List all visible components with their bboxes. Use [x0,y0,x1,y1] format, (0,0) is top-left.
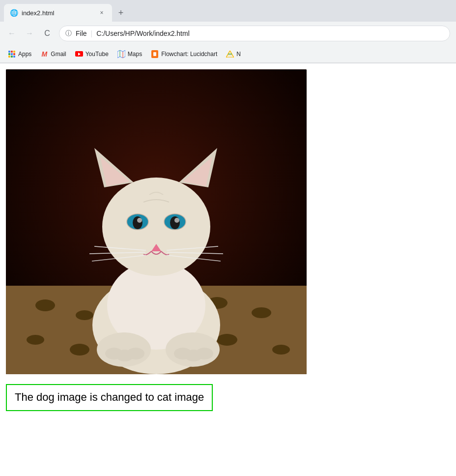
svg-point-48 [166,332,220,367]
info-icon: ⓘ [65,29,72,38]
svg-point-11 [76,310,93,320]
forward-button[interactable]: → [22,26,37,41]
svg-point-32 [170,216,180,229]
drive-icon [226,50,234,58]
lucidchart-icon [151,50,159,58]
bookmark-maps[interactable]: Maps [114,48,146,60]
svg-point-33 [137,218,142,223]
youtube-icon [75,50,83,58]
apps-icon [8,50,16,58]
bookmark-youtube[interactable]: YouTube [71,48,113,60]
svg-point-31 [133,216,142,229]
svg-point-15 [252,307,271,318]
bookmark-lucidchart[interactable]: Flowchart: Lucidchart [147,48,221,60]
nav-bar: ← → C ⓘ File | C:/Users/HP/Work/index2.h… [0,22,456,45]
maps-icon [117,50,125,58]
tab-favicon: 🌐 [10,9,18,17]
active-tab[interactable]: 🌐 index2.html × [4,4,112,22]
address-file-label: File [76,30,87,37]
cat-image-container [6,69,307,374]
tab-title: index2.html [22,9,93,17]
svg-point-10 [35,299,55,311]
lucidchart-label: Flowchart: Lucidchart [161,51,217,58]
svg-point-51 [196,348,213,359]
address-separator: | [91,30,93,37]
apps-label: Apps [18,51,31,58]
address-path: C:/Users/HP/Work/index2.html [96,30,190,37]
gmail-label: Gmail [51,51,66,58]
browser-chrome: 🌐 index2.html × + ← → C ⓘ File | C:/User… [0,0,456,63]
svg-marker-0 [117,50,125,58]
bookmarks-bar: Apps M Gmail YouTube [0,45,456,63]
bookmark-gmail[interactable]: M Gmail [36,48,70,60]
status-text-box: The dog image is changed to cat image [6,384,213,411]
tab-close-button[interactable]: × [97,8,106,17]
svg-point-21 [272,345,290,355]
new-tab-button[interactable]: + [114,6,128,20]
svg-point-34 [174,218,179,223]
svg-point-44 [97,332,151,367]
status-text: The dog image is changed to cat image [15,391,204,403]
bookmark-apps[interactable]: Apps [4,48,35,60]
reload-button[interactable]: C [39,26,55,41]
tab-bar: 🌐 index2.html × + [0,0,456,22]
page-content: The dog image is changed to cat image [0,63,456,476]
svg-point-47 [127,348,144,359]
address-bar[interactable]: ⓘ File | C:/Users/HP/Work/index2.html [59,26,450,41]
drive-label: N [236,51,241,58]
svg-point-16 [27,335,44,345]
back-button[interactable]: ← [4,26,20,41]
svg-point-17 [70,344,89,356]
gmail-icon: M [40,50,48,58]
cat-image [6,69,307,374]
youtube-label: YouTube [86,51,109,58]
bookmark-drive[interactable]: N [222,48,245,60]
svg-point-20 [217,334,237,346]
svg-rect-3 [153,52,156,56]
maps-label: Maps [128,51,142,58]
